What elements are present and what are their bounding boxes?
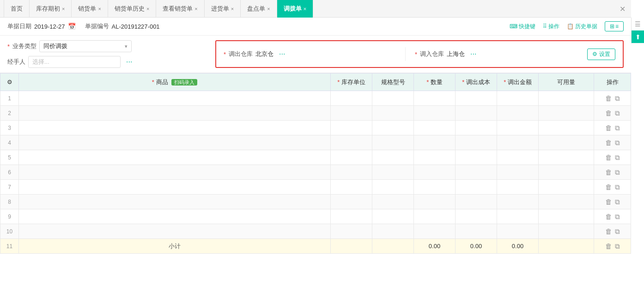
row-amount-cell[interactable] bbox=[497, 121, 539, 135]
row-amount-cell[interactable] bbox=[497, 224, 539, 239]
copy-icon[interactable]: ⧉ bbox=[615, 124, 620, 132]
row-amount-cell[interactable] bbox=[497, 150, 539, 165]
row-qty-cell[interactable] bbox=[414, 135, 456, 150]
row-spec-cell[interactable] bbox=[372, 150, 414, 165]
handler-select[interactable]: 选择... bbox=[28, 56, 121, 68]
row-spec-cell[interactable] bbox=[372, 91, 414, 106]
row-cost-cell[interactable] bbox=[456, 135, 497, 150]
delete-icon[interactable]: 🗑 bbox=[605, 109, 612, 117]
delete-icon[interactable]: 🗑 bbox=[605, 242, 612, 250]
row-unit-cell[interactable] bbox=[331, 195, 372, 209]
scan-button[interactable]: 扫码录入 bbox=[171, 79, 197, 85]
tab-home[interactable]: 首页 bbox=[4, 0, 30, 18]
row-amount-cell[interactable] bbox=[497, 106, 539, 121]
delete-icon[interactable]: 🗑 bbox=[605, 94, 612, 102]
tab-inventory-init[interactable]: 库存期初 × bbox=[30, 0, 72, 18]
delete-icon[interactable]: 🗑 bbox=[605, 213, 612, 220]
row-product-cell[interactable] bbox=[19, 135, 331, 150]
row-amount-cell[interactable] bbox=[497, 135, 539, 150]
row-cost-cell[interactable] bbox=[456, 150, 497, 165]
row-unit-cell[interactable] bbox=[331, 209, 372, 224]
copy-icon[interactable]: ⧉ bbox=[615, 183, 620, 191]
row-spec-cell[interactable] bbox=[372, 224, 414, 239]
row-amount-cell[interactable] bbox=[497, 91, 539, 106]
row-qty-cell[interactable] bbox=[414, 209, 456, 224]
delete-icon[interactable]: 🗑 bbox=[605, 183, 612, 191]
tab-purchase-order-close[interactable]: × bbox=[231, 6, 234, 12]
right-panel-list-icon[interactable]: ☰ bbox=[632, 18, 644, 31]
tab-purchase-order[interactable]: 进货单 × bbox=[205, 0, 241, 18]
row-product-cell[interactable] bbox=[19, 209, 331, 224]
row-spec-cell[interactable] bbox=[372, 209, 414, 224]
row-unit-cell[interactable] bbox=[331, 150, 372, 165]
row-product-cell[interactable] bbox=[19, 165, 331, 180]
th-gear[interactable]: ⚙ bbox=[0, 73, 19, 91]
delete-icon[interactable]: 🗑 bbox=[605, 198, 612, 206]
row-unit-cell[interactable] bbox=[331, 180, 372, 195]
copy-icon[interactable]: ⧉ bbox=[615, 168, 620, 177]
copy-icon[interactable]: ⧉ bbox=[615, 94, 620, 103]
grid-view-button[interactable]: ⊞ ≡ bbox=[605, 21, 624, 31]
row-unit-cell[interactable] bbox=[331, 106, 372, 121]
row-unit-cell[interactable] bbox=[331, 91, 372, 106]
shortcut-button[interactable]: ⌨ 快捷键 bbox=[510, 23, 535, 31]
copy-icon[interactable]: ⧉ bbox=[615, 139, 620, 147]
copy-icon[interactable]: ⧉ bbox=[615, 109, 620, 117]
row-qty-cell[interactable] bbox=[414, 91, 456, 106]
row-qty-cell[interactable] bbox=[414, 121, 456, 135]
row-qty-cell[interactable] bbox=[414, 150, 456, 165]
row-qty-cell[interactable] bbox=[414, 106, 456, 121]
row-cost-cell[interactable] bbox=[456, 106, 497, 121]
operation-button[interactable]: ⠿ 操作 bbox=[543, 23, 559, 31]
row-cost-cell[interactable] bbox=[456, 224, 497, 239]
row-unit-cell[interactable] bbox=[331, 135, 372, 150]
copy-icon[interactable]: ⧉ bbox=[615, 227, 620, 236]
row-product-cell[interactable] bbox=[19, 106, 331, 121]
row-product-cell[interactable] bbox=[19, 121, 331, 135]
tab-sales-history[interactable]: 销货单历史 × bbox=[108, 0, 156, 18]
delete-icon[interactable]: 🗑 bbox=[605, 153, 612, 161]
settings-button[interactable]: ⚙ 设置 bbox=[587, 49, 615, 60]
tab-sales-order-close[interactable]: × bbox=[98, 6, 101, 12]
row-spec-cell[interactable] bbox=[372, 121, 414, 135]
calendar-icon[interactable]: 📅 bbox=[68, 23, 76, 30]
tab-inventory-init-close[interactable]: × bbox=[62, 6, 65, 12]
row-unit-cell[interactable] bbox=[331, 224, 372, 239]
business-type-select[interactable]: 同价调拨 ▾ bbox=[39, 40, 132, 52]
row-cost-cell[interactable] bbox=[456, 209, 497, 224]
row-product-cell[interactable] bbox=[19, 150, 331, 165]
copy-icon[interactable]: ⧉ bbox=[615, 198, 620, 206]
row-cost-cell[interactable] bbox=[456, 121, 497, 135]
row-product-cell[interactable] bbox=[19, 224, 331, 239]
tab-sales-order[interactable]: 销货单 × bbox=[72, 0, 108, 18]
tab-view-sales[interactable]: 查看销货单 × bbox=[156, 0, 204, 18]
tab-stocktake-close[interactable]: × bbox=[267, 6, 270, 12]
warehouse-in-more-button[interactable]: ··· bbox=[470, 50, 476, 58]
row-qty-cell[interactable] bbox=[414, 165, 456, 180]
delete-icon[interactable]: 🗑 bbox=[605, 168, 612, 176]
tab-view-sales-close[interactable]: × bbox=[194, 6, 197, 12]
row-cost-cell[interactable] bbox=[456, 195, 497, 209]
row-unit-cell[interactable] bbox=[331, 121, 372, 135]
copy-icon[interactable]: ⧉ bbox=[615, 242, 620, 250]
row-amount-cell[interactable] bbox=[497, 180, 539, 195]
window-close-button[interactable]: ✕ bbox=[620, 4, 626, 13]
tab-transfer[interactable]: 调拨单 × bbox=[277, 0, 313, 18]
right-panel-export-icon[interactable]: ⬆ bbox=[632, 31, 644, 43]
row-qty-cell[interactable] bbox=[414, 180, 456, 195]
row-amount-cell[interactable] bbox=[497, 195, 539, 209]
tab-stocktake[interactable]: 盘点单 × bbox=[241, 0, 277, 18]
row-amount-cell[interactable] bbox=[497, 165, 539, 180]
history-button[interactable]: 📋 历史单据 bbox=[567, 23, 597, 31]
row-spec-cell[interactable] bbox=[372, 106, 414, 121]
copy-icon[interactable]: ⧉ bbox=[615, 213, 620, 221]
tab-transfer-close[interactable]: × bbox=[304, 6, 306, 12]
warehouse-out-more-button[interactable]: ··· bbox=[279, 50, 285, 58]
delete-icon[interactable]: 🗑 bbox=[605, 124, 612, 132]
row-product-cell[interactable] bbox=[19, 195, 331, 209]
row-spec-cell[interactable] bbox=[372, 165, 414, 180]
row-qty-cell[interactable] bbox=[414, 224, 456, 239]
delete-icon[interactable]: 🗑 bbox=[605, 227, 612, 235]
row-amount-cell[interactable] bbox=[497, 209, 539, 224]
row-qty-cell[interactable] bbox=[414, 195, 456, 209]
